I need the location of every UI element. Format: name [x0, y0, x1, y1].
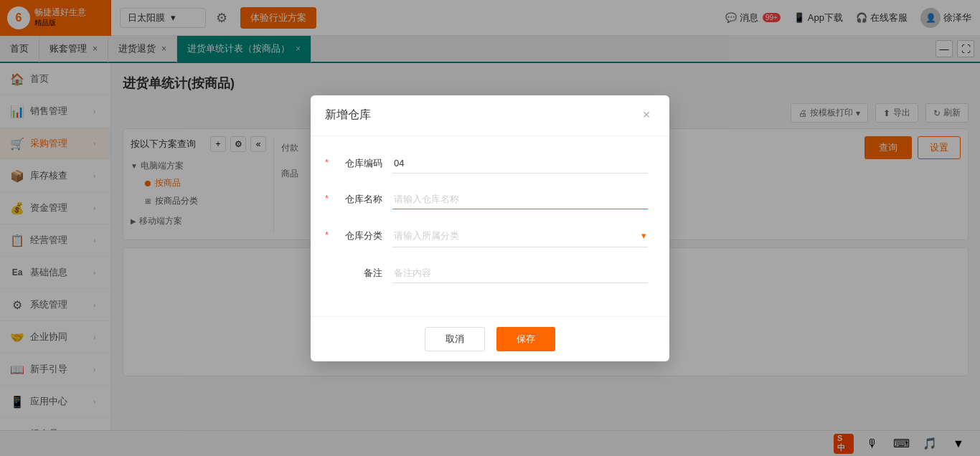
modal-close-button[interactable]: ×	[638, 107, 655, 124]
warehouse-code-input[interactable]	[392, 153, 648, 174]
modal-footer: 取消 保存	[311, 316, 669, 361]
modal-body: 仓库编码 仓库名称 仓库分类 请输入所属分类 ▾ 备注	[311, 136, 669, 316]
modal-title: 新增仓库	[325, 108, 371, 123]
warehouse-name-field: 仓库名称	[332, 189, 648, 209]
warehouse-code-field: 仓库编码	[332, 153, 648, 174]
warehouse-note-field: 备注	[332, 263, 648, 283]
warehouse-code-label: 仓库编码	[332, 157, 382, 170]
warehouse-name-input[interactable]	[392, 189, 648, 209]
modal-header: 新增仓库 ×	[311, 95, 669, 136]
warehouse-name-label: 仓库名称	[332, 193, 382, 206]
warehouse-category-select[interactable]: 请输入所属分类 ▾	[392, 225, 648, 247]
warehouse-category-field: 仓库分类 请输入所属分类 ▾	[332, 225, 648, 247]
category-placeholder: 请输入所属分类	[394, 229, 459, 242]
save-button[interactable]: 保存	[496, 327, 555, 351]
modal-overlay: 新增仓库 × 仓库编码 仓库名称 仓库分类 请输入所属分类 ▾	[0, 0, 980, 456]
warehouse-category-label: 仓库分类	[332, 229, 382, 242]
category-chevron-icon: ▾	[641, 230, 646, 241]
cancel-button[interactable]: 取消	[425, 327, 485, 351]
modal-new-warehouse: 新增仓库 × 仓库编码 仓库名称 仓库分类 请输入所属分类 ▾	[311, 95, 669, 361]
warehouse-note-label: 备注	[332, 267, 382, 280]
warehouse-note-input[interactable]	[392, 263, 648, 283]
